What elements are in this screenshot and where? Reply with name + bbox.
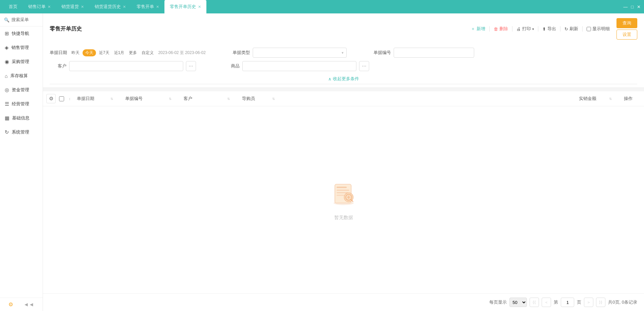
date-shortcut-today[interactable]: 今天 <box>83 49 96 56</box>
filter-customer-item: 客户 ··· <box>50 61 196 71</box>
sidebar-item-basic-info[interactable]: ▦ 基础信息 <box>0 111 43 125</box>
show-detail-checkbox[interactable] <box>587 27 591 31</box>
collapse-row: ∧ 收起更多条件 <box>50 74 637 84</box>
refresh-label: 刷新 <box>569 26 578 32</box>
sidebar-item-sales-mgmt[interactable]: ◈ 销售管理 <box>0 41 43 55</box>
svg-rect-3 <box>337 190 349 191</box>
prev-page-button[interactable]: ＜ <box>542 298 551 307</box>
customer-ellipsis-button[interactable]: ··· <box>186 61 196 71</box>
sidebar-item-quick-nav-label: 快捷导航 <box>12 31 29 37</box>
first-page-button[interactable]: ⟨⟨ <box>530 298 539 307</box>
date-shortcut-custom[interactable]: 自定义 <box>140 49 155 56</box>
filter-customer-input[interactable] <box>69 61 183 71</box>
tab-home-label: 首页 <box>9 4 17 10</box>
toolbar-sep-1 <box>489 26 490 32</box>
sidebar-item-finance-mgmt[interactable]: ◎ 资金管理 <box>0 83 43 97</box>
filter-billtype-item: 单据类型 ▾ <box>233 48 347 58</box>
sidebar: 🔍 搜索采单 ⊞ 快捷导航 ◈ 销售管理 ◉ 采购管理 ⌂ 库存核算 ◎ 资金管… <box>0 13 43 311</box>
collapse-label: 收起更多条件 <box>333 76 359 82</box>
minimize-button[interactable]: — <box>623 4 628 9</box>
svg-rect-5 <box>337 195 344 196</box>
page-header: 零售开单历史 ＋ 新增 🗑 删除 🖨 打印 ▾ <box>43 13 644 88</box>
filter-billno-item: 单据编号 <box>374 48 474 58</box>
sidebar-item-inventory[interactable]: ⌂ 库存核算 <box>0 69 43 83</box>
export-button[interactable]: ⬆ 导出 <box>542 26 556 32</box>
tab-sales-return-history-close[interactable]: ✕ <box>123 5 126 9</box>
sidebar-bottom: ⚙ ◄◄ <box>0 298 43 311</box>
tab-home[interactable]: 首页 <box>3 0 23 13</box>
filter-billno-input[interactable] <box>394 48 474 58</box>
sidebar-item-operations-mgmt-label: 经营管理 <box>12 101 29 107</box>
filter-divider <box>50 84 637 84</box>
table-settings-button[interactable]: ⚙ <box>46 94 56 103</box>
svg-rect-4 <box>337 192 348 193</box>
new-button[interactable]: ＋ 新增 <box>471 26 485 32</box>
tab-sales-return[interactable]: 销货退货 ✕ <box>56 0 89 13</box>
sidebar-collapse-button[interactable]: ◄◄ <box>23 302 34 308</box>
finance-mgmt-icon: ◎ <box>5 87 9 93</box>
sidebar-item-quick-nav[interactable]: ⊞ 快捷导航 <box>0 27 43 41</box>
per-page-select[interactable]: 20 50 100 <box>509 298 527 307</box>
new-label: 新增 <box>477 26 485 32</box>
sidebar-item-operations-mgmt[interactable]: ☰ 经营管理 <box>0 97 43 111</box>
filter-customer-label: 客户 <box>50 63 66 69</box>
inventory-icon: ⌂ <box>5 73 8 79</box>
filter-billtype-label: 单据类型 <box>233 50 250 56</box>
empty-illustration <box>329 179 359 209</box>
delete-button[interactable]: 🗑 删除 <box>494 26 508 32</box>
date-shortcut-yesterday[interactable]: 昨天 <box>70 49 81 56</box>
print-dropdown-icon: ▾ <box>532 27 534 31</box>
tab-retail-open[interactable]: 零售开单 ✕ <box>131 0 164 13</box>
sidebar-item-sys-mgmt[interactable]: ↻ 系统管理 <box>0 125 43 139</box>
print-icon: 🖨 <box>516 27 521 32</box>
select-all-checkbox[interactable] <box>59 96 64 101</box>
export-icon: ⬆ <box>542 27 546 32</box>
date-shortcut-7days[interactable]: 近7天 <box>97 49 111 56</box>
page-word-after: 页 <box>577 299 581 305</box>
tab-retail-open-history-close[interactable]: ✕ <box>198 5 201 9</box>
collapse-button[interactable]: ∧ 收起更多条件 <box>328 76 359 82</box>
page-total-text: 共0页, 0条记录 <box>608 299 637 305</box>
col-date-label: 单据日期 <box>77 96 107 102</box>
maximize-button[interactable]: □ <box>631 4 634 9</box>
tab-retail-open-history[interactable]: 零售开单历史 ✕ <box>164 0 206 13</box>
col-salesperson-label: 导购员 <box>242 96 269 102</box>
filter-date-item: 单据日期 昨天 今天 近7天 近1月 更多 自定义 2023-06-02 至 2… <box>50 49 206 56</box>
tab-sales-return-close[interactable]: ✕ <box>81 5 84 9</box>
table-toolbar: ⚙ ↕ 单据日期 ⇅ 单据编号 ⇅ 客户 ⇅ 导购员 ⇅ 实销金额 ⇅ 操作 <box>43 91 644 106</box>
last-page-button[interactable]: ⟩⟩ <box>596 298 605 307</box>
empty-state: 暂无数据 <box>43 106 644 293</box>
next-page-button[interactable]: ＞ <box>584 298 593 307</box>
date-shortcut-1month[interactable]: 近1月 <box>112 49 126 56</box>
filter-goods-item: 商品 ··· <box>223 61 369 71</box>
date-shortcuts: 昨天 今天 近7天 近1月 更多 自定义 <box>70 49 155 56</box>
toolbar-sep-2 <box>512 26 512 32</box>
goods-ellipsis-button[interactable]: ··· <box>359 61 369 71</box>
window-controls: — □ ✕ <box>623 4 641 9</box>
refresh-icon: ↻ <box>564 27 568 32</box>
refresh-button[interactable]: ↻ 刷新 <box>564 26 578 32</box>
col-no-label: 单据编号 <box>125 96 165 102</box>
collapse-chevron-icon: ∧ <box>328 76 332 82</box>
toolbar-sep-4 <box>560 26 560 32</box>
filter-goods-input[interactable] <box>242 61 356 71</box>
filter-billtype-select[interactable]: ▾ <box>253 48 347 58</box>
filter-row-1: 单据日期 昨天 今天 近7天 近1月 更多 自定义 2023-06-02 至 2… <box>50 48 637 58</box>
page-word-before: 第 <box>554 299 558 305</box>
sidebar-settings-button[interactable]: ⚙ <box>8 301 13 308</box>
print-button[interactable]: 🖨 打印 ▾ <box>516 26 534 32</box>
sidebar-search[interactable]: 🔍 搜索采单 <box>0 13 43 27</box>
tab-retail-open-close[interactable]: ✕ <box>156 5 159 9</box>
query-button[interactable]: 查询 <box>616 18 637 28</box>
tab-sales-order-label: 销售订单 <box>28 4 46 10</box>
sidebar-item-purchase-mgmt[interactable]: ◉ 采购管理 <box>0 55 43 69</box>
page-number-input[interactable] <box>561 298 574 307</box>
close-button[interactable]: ✕ <box>637 4 641 9</box>
settings-button[interactable]: 设置 <box>616 30 637 40</box>
date-shortcut-more[interactable]: 更多 <box>127 49 139 56</box>
tab-sales-return-history[interactable]: 销货退货历史 ✕ <box>89 0 131 13</box>
page-title: 零售开单历史 <box>50 25 82 33</box>
tab-sales-order[interactable]: 销售订单 ✕ <box>23 0 56 13</box>
tab-sales-order-close[interactable]: ✕ <box>48 5 51 9</box>
show-detail-checkbox-wrapper[interactable]: 显示明细 <box>587 26 610 32</box>
